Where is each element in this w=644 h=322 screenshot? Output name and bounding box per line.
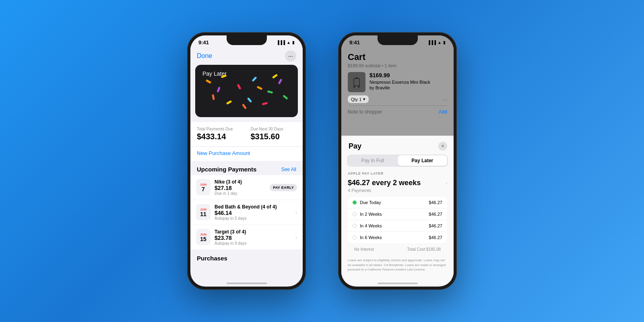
no-interest-row: No Interest Total Cost $185.08 <box>348 247 447 255</box>
payment-item-bbb[interactable]: JUN 11 Bed Bath & Beyond (4 of 4) $46.14… <box>190 200 303 225</box>
confetti-8 <box>226 100 232 105</box>
pay-text: Pay <box>349 142 361 151</box>
new-purchase-link[interactable]: New Purchase Amount <box>190 147 303 161</box>
schedule-dot-1 <box>353 200 357 204</box>
date-badge-bbb: JUN 11 <box>196 204 211 220</box>
confetti-6 <box>278 78 282 85</box>
svg-point-2 <box>356 86 357 88</box>
apple-pay-later-section: APPLE PAY LATER $46.27 every 2 weeks › 4… <box>341 171 454 255</box>
cart-title: Cart <box>348 52 447 62</box>
schedule-left-3: In 4 Weeks <box>353 223 382 228</box>
note-label: Note to shopper <box>348 109 382 115</box>
close-icon: × <box>441 143 444 149</box>
payment-sub-nike: Due in 1 day <box>215 191 266 196</box>
tab-pay-later[interactable]: Pay Later <box>398 155 448 166</box>
cart-subtitle: $189.99 subtotal • 1 item <box>348 63 447 68</box>
day-bbb: 11 <box>200 211 206 217</box>
apple-pay-logo: Pay <box>348 142 361 151</box>
payment-amount-target: $23.78 <box>215 235 291 241</box>
time-right: 9:41 <box>349 39 360 45</box>
status-icons-left: ▐▐▐ ▲ ▮ <box>277 40 295 45</box>
schedule-row-4: In 6 Weeks $46.27 <box>348 232 447 243</box>
schedule-row-3: In 4 Weeks $46.27 <box>348 220 447 232</box>
cart-area: Cart $189.99 subtotal • 1 item $169.99 <box>341 47 454 136</box>
apl-chevron: › <box>446 180 447 186</box>
disclaimer-text: Loans are subject to eligibility checks … <box>341 255 454 275</box>
cart-item-price: $169.99 <box>369 72 447 78</box>
apple-pay-sheet: Pay × Pay In Full Pay Later <box>341 136 454 285</box>
qty-dropdown[interactable]: Qty 1 ▾ <box>348 95 369 103</box>
day-nike: 7 <box>202 186 205 192</box>
schedule-amount-3: $46.27 <box>429 223 442 228</box>
more-icon: ··· <box>288 53 293 59</box>
confetti-5 <box>267 90 273 93</box>
schedule-label-4: In 6 Weeks <box>360 235 382 240</box>
schedule-dot-4 <box>353 235 357 239</box>
note-row: Note to shopper Add <box>348 106 447 115</box>
battery-icon: ▮ <box>292 40 295 45</box>
confetti-12 <box>217 87 220 93</box>
tab-switcher: Pay In Full Pay Later <box>347 155 448 167</box>
confetti-7 <box>212 94 215 100</box>
cart-item-controls: Qty 1 ▾ ··· <box>348 95 447 106</box>
schedule-amount-4: $46.27 <box>429 235 442 240</box>
payment-name-target: Target (3 of 4) <box>215 229 291 235</box>
apl-section-label: APPLE PAY LATER <box>348 171 447 175</box>
cart-item-image <box>348 72 365 92</box>
item-more-icon[interactable]: ··· <box>442 96 447 103</box>
payment-name-bbb: Bed Bath & Beyond (4 of 4) <box>215 204 291 210</box>
payment-schedule: Due Today $46.27 In 2 Weeks $46.27 <box>348 197 447 243</box>
schedule-label-1: Due Today <box>360 200 381 205</box>
purchases-header: Purchases <box>190 250 303 264</box>
apl-amount: $46.27 every 2 weeks <box>348 179 421 187</box>
pay-early-button[interactable]: PAY EARLY <box>270 184 297 191</box>
next-value: $315.60 <box>251 132 297 141</box>
left-phone: 9:41 ▐▐▐ ▲ ▮ Done ··· Pay Later <box>187 32 306 290</box>
total-payments-stat: Total Payments Due $433.14 <box>197 127 243 141</box>
time-left: 9:41 <box>198 39 209 45</box>
confetti-4 <box>252 76 257 81</box>
cart-item-details: $169.99 Nespresso Essenza Mini Black by … <box>369 72 447 91</box>
close-sheet-button[interactable]: × <box>438 142 447 151</box>
confetti-2 <box>221 74 227 78</box>
schedule-dot-3 <box>353 224 357 228</box>
schedule-row-2: In 2 Weeks $46.27 <box>348 208 447 220</box>
status-icons-right: ▐▐▐ ▲ ▮ <box>427 40 446 45</box>
no-interest-label: No Interest <box>354 247 374 252</box>
more-button[interactable]: ··· <box>285 50 296 62</box>
schedule-label-3: In 4 Weeks <box>360 223 382 228</box>
confetti-1 <box>205 79 211 84</box>
qty-label: Qty 1 <box>351 97 361 102</box>
pay-later-card[interactable]: Pay Later <box>195 65 298 117</box>
right-phone: 9:41 ▐▐▐ ▲ ▮ Cart $189.99 subtotal • 1 i… <box>338 32 457 290</box>
date-badge-target: JUN 15 <box>196 229 211 245</box>
confetti-9 <box>247 97 252 103</box>
payment-item-nike[interactable]: JUN 7 Nike (3 of 4) $27.18 Due in 1 day … <box>190 175 303 200</box>
done-button[interactable]: Done <box>197 52 212 60</box>
tab-pay-in-full[interactable]: Pay In Full <box>348 155 398 166</box>
signal-icon-right: ▐▐▐ <box>427 40 436 45</box>
see-all-button[interactable]: See All <box>281 167 296 172</box>
schedule-left-1: Due Today <box>353 200 381 205</box>
confetti-10 <box>262 102 268 105</box>
payment-amount-bbb: $46.14 <box>215 210 291 216</box>
schedule-dot-2 <box>353 212 357 216</box>
payment-item-target[interactable]: JUN 15 Target (3 of 4) $23.78 Autopay in… <box>190 225 303 250</box>
apl-payments-count: 4 Payments <box>348 188 447 193</box>
schedule-label-2: In 2 Weeks <box>360 212 382 217</box>
wifi-icon-right: ▲ <box>438 40 442 45</box>
schedule-amount-1: $46.27 <box>429 200 442 205</box>
battery-icon-right: ▮ <box>443 40 446 45</box>
next-payments-stat: Due Next 30 Days $315.60 <box>251 127 297 141</box>
purchases-title: Purchases <box>197 255 227 262</box>
note-add-button[interactable]: Add <box>439 109 447 115</box>
notch-right <box>378 35 418 45</box>
payment-sub-bbb: Autopay in 5 days <box>215 216 291 221</box>
payment-sub-target: Autopay in 9 days <box>215 241 291 246</box>
cart-item-row: $169.99 Nespresso Essenza Mini Black by … <box>348 72 447 92</box>
payment-summary: Total Payments Due $433.14 Due Next 30 D… <box>190 122 303 146</box>
apl-main-row: $46.27 every 2 weeks › <box>348 179 447 187</box>
sheet-header: Pay × <box>341 136 454 155</box>
home-indicator-right <box>378 283 418 284</box>
nav-bar-left: Done ··· <box>190 47 303 65</box>
